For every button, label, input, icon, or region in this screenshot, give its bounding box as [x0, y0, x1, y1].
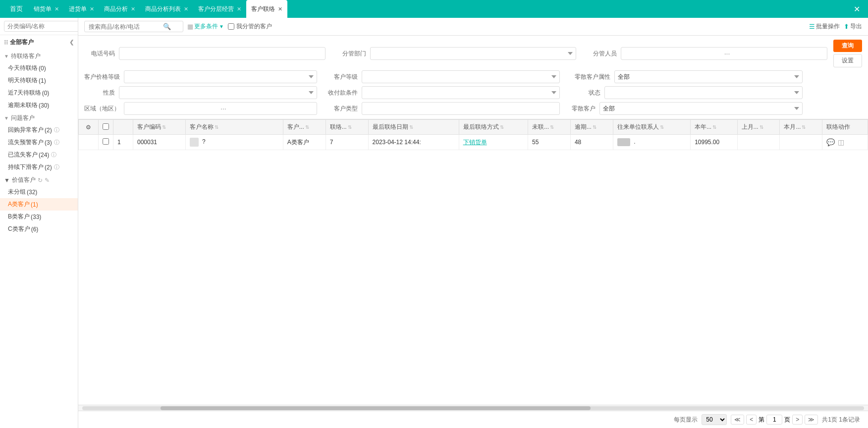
prev-page-btn[interactable]: <	[746, 415, 757, 425]
col-header-no-contact[interactable]: 未联... ⇅	[528, 120, 571, 135]
my-customers-checkbox[interactable]	[228, 23, 234, 30]
main-layout: 🔍 ⁝⁝ 全部客户 ❮ ▼ 待联络客户 今天待联络 (0) 明天待联络 (1) …	[0, 18, 868, 428]
close-analysis-tab-icon[interactable]: ✕	[131, 6, 135, 12]
manager-input[interactable]: ···	[621, 47, 827, 60]
dots-icon-1[interactable]: ···	[724, 50, 824, 57]
filter-search-icon[interactable]: 🔍	[163, 23, 171, 30]
col-header-last-date[interactable]: 最后联络日期 ⇅	[368, 120, 459, 135]
select-all-checkbox[interactable]	[103, 123, 109, 130]
col-header-this-year[interactable]: 本年... ⇅	[691, 120, 737, 135]
cell-last-month	[737, 135, 780, 150]
sidebar-item-repurchase-abnormal[interactable]: 回购异常客户 (2) ⓘ	[0, 124, 78, 136]
qr-icon[interactable]: ◫	[838, 138, 844, 146]
sidebar-item-declining[interactable]: 持续下滑客户 (2) ⓘ	[0, 161, 78, 173]
col-header-checkbox[interactable]	[99, 120, 113, 135]
col-header-level[interactable]: 客户... ⇅	[283, 120, 326, 135]
all-customers-header[interactable]: ⁝⁝ 全部客户 ❮	[0, 35, 78, 50]
cell-last-method[interactable]: 下销货单	[459, 135, 528, 150]
sparse-customer-select[interactable]: 全部	[599, 102, 803, 115]
sidebar-item-churned[interactable]: 已流失客户 (24) ⓘ	[0, 149, 78, 161]
status-select[interactable]	[604, 86, 803, 99]
filter-cell-manager: 分管人员 ···	[586, 47, 827, 60]
col-header-overdue[interactable]: 逾期... ⇅	[570, 120, 613, 135]
filter-search-input[interactable]	[89, 23, 163, 30]
sidebar-item-b-class[interactable]: B类客户 (33)	[0, 211, 78, 223]
phone-input[interactable]	[119, 47, 326, 60]
sidebar-item-overdue-contact[interactable]: 逾期未联络 (30)	[0, 99, 78, 111]
sort-icon-contact-count: ⇅	[348, 124, 352, 130]
window-close-icon[interactable]: ✕	[850, 4, 864, 14]
sidebar-item-tomorrow-contact[interactable]: 明天待联络 (1)	[0, 74, 78, 87]
col-header-contacts[interactable]: 往来单位联系人 ⇅	[613, 120, 690, 135]
sparse-customer-label: 零散客户	[570, 105, 599, 113]
page-input[interactable]	[766, 415, 782, 425]
filter-cell-nature: 性质	[84, 86, 317, 99]
more-conditions-btn[interactable]: ▦ 更多条件 ▼	[187, 22, 224, 31]
close-purchase-tab-icon[interactable]: ✕	[90, 6, 94, 12]
settings-column-header[interactable]: ⚙	[79, 120, 99, 135]
sidebar-collapse-icon[interactable]: ❮	[69, 39, 74, 46]
sparse-attr-select[interactable]: 全部	[614, 70, 803, 83]
my-customers-label: 我分管的客户	[236, 22, 272, 31]
cell-checkbox[interactable]	[99, 135, 113, 150]
col-header-this-month[interactable]: 本月... ⇅	[780, 120, 822, 135]
payment-select[interactable]	[362, 86, 560, 99]
last-page-btn[interactable]: ≫	[805, 415, 818, 425]
nav-tab-customer-contact[interactable]: 客户联络 ✕	[246, 0, 287, 18]
refresh-icon[interactable]: ↻	[38, 177, 43, 184]
page-size-select[interactable]: 50 20 100	[702, 414, 727, 425]
sidebar-item-today-contact[interactable]: 今天待联络 (0)	[0, 62, 78, 74]
first-page-btn[interactable]: ≪	[731, 415, 744, 425]
sort-icon-this-year: ⇅	[712, 124, 716, 130]
query-button[interactable]: 查询	[833, 40, 862, 52]
close-sales-tab-icon[interactable]: ✕	[54, 6, 59, 12]
horizontal-scrollbar[interactable]	[78, 405, 868, 411]
settings-button[interactable]: 设置	[833, 54, 862, 67]
dots-icon-2[interactable]: ···	[220, 105, 314, 112]
next-page-btn[interactable]: >	[792, 415, 803, 425]
sidebar-item-7days-contact[interactable]: 近7天待联络 (0)	[0, 87, 78, 99]
close-customer-segment-tab-icon[interactable]: ✕	[237, 6, 241, 12]
export-btn[interactable]: ⬆ 导出	[844, 22, 862, 31]
nav-tab-customer-segment[interactable]: 客户分层经营 ✕	[193, 0, 246, 18]
value-customer-group: ▼ 价值客户 ↻ ✎	[0, 173, 78, 186]
nav-tab-sales[interactable]: 销货单 ✕	[29, 0, 64, 18]
last-contact-method-link[interactable]: 下销货单	[463, 139, 487, 146]
scroll-track[interactable]	[82, 406, 864, 410]
nav-tab-analysis[interactable]: 商品分析 ✕	[99, 0, 140, 18]
cell-no-contact: 55	[528, 135, 571, 150]
row-checkbox[interactable]	[103, 138, 109, 145]
nature-select[interactable]	[119, 86, 317, 99]
region-input[interactable]: ···	[124, 102, 317, 115]
top-nav: 首页 销货单 ✕ 进货单 ✕ 商品分析 ✕ 商品分析列表 ✕ 客户分层经营 ✕ …	[0, 0, 868, 18]
content-area: 🔍 ▦ 更多条件 ▼ 我分管的客户 ☰ 批量操作 ⬆ 导出	[78, 18, 868, 428]
chevron-down-icon: ▼	[219, 24, 224, 29]
close-analysis-list-tab-icon[interactable]: ✕	[184, 6, 188, 12]
sidebar-item-unclassified[interactable]: 未分组 (32)	[0, 186, 78, 198]
col-header-code[interactable]: 客户编码 ⇅	[133, 120, 186, 135]
settings-icon[interactable]: ⚙	[86, 124, 91, 131]
triangle-icon: ▼	[4, 54, 9, 59]
scroll-thumb[interactable]	[161, 406, 591, 410]
customer-type-input[interactable]	[362, 102, 560, 115]
chat-icon[interactable]: 💬	[826, 138, 835, 146]
sort-icon-name: ⇅	[215, 124, 218, 130]
col-header-last-month[interactable]: 上月... ⇅	[737, 120, 780, 135]
col-header-contact-count[interactable]: 联络... ⇅	[326, 120, 368, 135]
nav-home[interactable]: 首页	[4, 4, 29, 13]
close-customer-contact-tab-icon[interactable]: ✕	[278, 6, 282, 12]
sidebar-item-a-class[interactable]: A类客户 (1)	[0, 198, 78, 211]
nav-tab-purchase[interactable]: 进货单 ✕	[64, 0, 99, 18]
price-level-select[interactable]	[124, 70, 317, 83]
table-row: 1 000031 ? A类客户 7 2023-04-12 14:44: 下销货单…	[79, 135, 868, 150]
col-header-name[interactable]: 客户名称 ⇅	[185, 120, 283, 135]
dept-select[interactable]	[370, 47, 577, 60]
col-header-last-method[interactable]: 最后联络方式 ⇅	[459, 120, 528, 135]
sidebar-item-churn-warning[interactable]: 流失预警客户 (3) ⓘ	[0, 136, 78, 149]
sidebar-item-c-class[interactable]: C类客户 (6)	[0, 223, 78, 235]
customer-level-select[interactable]	[362, 70, 560, 83]
sidebar-search-input[interactable]	[4, 21, 78, 32]
edit-icon[interactable]: ✎	[45, 177, 50, 184]
batch-operation-btn[interactable]: ☰ 批量操作	[809, 22, 840, 31]
nav-tab-analysis-list[interactable]: 商品分析列表 ✕	[140, 0, 193, 18]
